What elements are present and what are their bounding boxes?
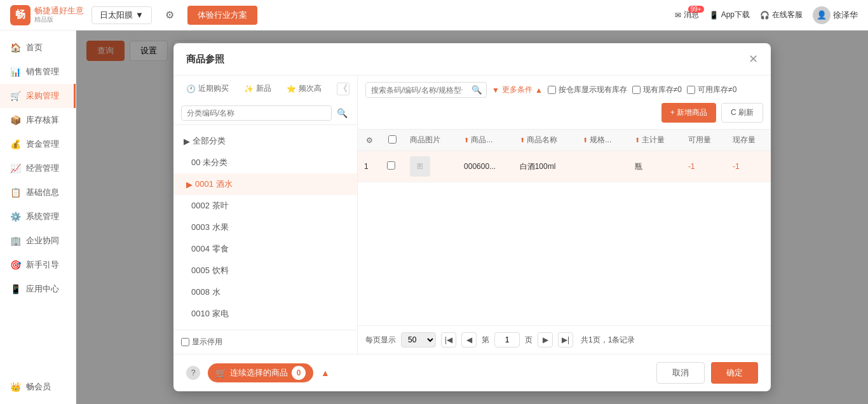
tab-recent-label: 近期购买 (198, 83, 229, 94)
sidebar-label-finance: 资金管理 (26, 138, 59, 150)
row-name: 白酒100ml (513, 151, 576, 182)
store-selector[interactable]: 日太阳膜 ▼ (92, 6, 152, 24)
page-suffix: 页 (525, 335, 532, 346)
collapse-panel-btn[interactable]: 《 (337, 83, 349, 95)
category-0001[interactable]: ▶ 0001 酒水 (173, 173, 357, 195)
sidebar-item-finance[interactable]: 💰 资金管理 (0, 132, 76, 156)
modal-header: 商品参照 ✕ (173, 43, 771, 76)
category-search-icon[interactable]: 🔍 (334, 105, 349, 121)
table-header-row: ⚙ 商品图片 (358, 130, 771, 151)
modal-body: 🕐 近期购买 ✨ 新品 ⭐ 频次高 《 (173, 76, 771, 354)
cancel-button[interactable]: 取消 (656, 362, 705, 384)
sidebar-label-business: 经营管理 (26, 163, 59, 174)
category-0004[interactable]: 0004 零食 (173, 238, 357, 260)
sidebar-label-inventory: 库存核算 (26, 114, 59, 126)
avatar: 👤 (813, 6, 831, 24)
more-conditions-btn[interactable]: ▼ 更多条件 ▲ (492, 84, 543, 95)
add-product-button[interactable]: + 新增商品 (661, 103, 716, 123)
sidebar-item-base[interactable]: 📋 基础信息 (0, 180, 76, 205)
sidebar-item-apps[interactable]: 📱 应用中心 (0, 277, 76, 301)
sort-spec-icon[interactable]: ⬆ (583, 137, 588, 144)
nav-right: ✉ 消息 99+ 📱 App下载 🎧 在线客服 👤 徐泽华 (675, 6, 858, 24)
messages-btn[interactable]: ✉ 消息 99+ (675, 10, 699, 20)
modal-title: 商品参照 (186, 53, 224, 65)
online-service-btn[interactable]: 🎧 在线客服 (760, 10, 803, 20)
sidebar-item-home[interactable]: 🏠 首页 (0, 36, 76, 60)
category-search-input[interactable] (181, 105, 332, 121)
modal-close-button[interactable]: ✕ (749, 52, 758, 66)
user-avatar-area[interactable]: 👤 徐泽华 (813, 6, 858, 24)
headset-icon: 🎧 (760, 11, 770, 20)
row-index: 1 (358, 151, 381, 182)
sidebar-item-guide[interactable]: 🎯 新手引导 (0, 253, 76, 277)
show-disabled-input[interactable] (181, 338, 189, 346)
category-all[interactable]: ▶ 全部分类 (173, 130, 357, 152)
sidebar-item-member[interactable]: 👑 畅会员 (0, 375, 76, 399)
app-download-btn[interactable]: 📱 App下载 (709, 10, 750, 20)
sidebar-item-inventory[interactable]: 📦 库存核算 (0, 108, 76, 132)
clock-icon: 🕐 (186, 84, 196, 93)
column-settings-icon[interactable]: ⚙ (366, 136, 373, 145)
tab-frequent[interactable]: ⭐ 频次高 (281, 81, 327, 97)
row-checkbox[interactable] (387, 161, 395, 170)
select-all-checkbox[interactable] (388, 135, 397, 144)
refresh-button[interactable]: C 刷新 (721, 103, 763, 123)
col-checkbox (381, 130, 403, 151)
col-available: 可用量 (682, 130, 726, 151)
filter-warehouse-checkbox[interactable]: 按仓库显示现有库存 (548, 84, 627, 95)
per-page-select[interactable]: 50 100 200 (401, 332, 436, 347)
sidebar-item-enterprise[interactable]: 🏢 企业协同 (0, 229, 76, 253)
sidebar-label-guide: 新手引导 (26, 259, 59, 271)
category-0002[interactable]: 0002 茶叶 (173, 195, 357, 217)
sidebar-item-system[interactable]: ⚙️ 系统管理 (0, 205, 76, 229)
tab-recent-purchase[interactable]: 🕐 近期购买 (181, 81, 234, 97)
tab-new-product[interactable]: ✨ 新品 (239, 81, 276, 97)
inventory-icon: 📦 (10, 115, 21, 125)
show-disabled-checkbox[interactable]: 显示停用 (181, 337, 222, 347)
right-panel: 🔍 ▼ 更多条件 ▲ 按仓库显示现有库存 (358, 76, 771, 354)
per-page-label: 每页显示 (365, 335, 396, 346)
category-00[interactable]: 00 未分类 (173, 152, 357, 173)
page-first-btn[interactable]: |◀ (441, 332, 456, 347)
phone-icon: 📱 (709, 11, 719, 20)
row-unit: 瓶 (628, 151, 682, 182)
row-code: 000600... (458, 151, 513, 182)
category-arrow-all: ▶ (184, 137, 190, 146)
page-last-btn[interactable]: ▶| (558, 332, 573, 347)
category-0008[interactable]: 0008 水 (173, 281, 357, 303)
product-search-btn[interactable]: 🔍 (468, 83, 486, 97)
row-spec (576, 151, 628, 182)
product-search-input[interactable] (366, 83, 468, 97)
category-0005[interactable]: 0005 饮料 (173, 260, 357, 281)
sort-code-icon[interactable]: ⬆ (464, 137, 469, 144)
warehouse-check-input[interactable] (548, 86, 556, 94)
page-number-input[interactable] (494, 332, 520, 347)
product-search-box: 🔍 (365, 82, 487, 98)
confirm-button[interactable]: 确定 (711, 362, 758, 384)
cart-area[interactable]: 🛒 连续选择的商品 0 (208, 363, 313, 382)
settings-icon[interactable]: ⚙ (159, 5, 180, 25)
trial-button[interactable]: 体验行业方案 (187, 6, 257, 25)
table-row[interactable]: 1 图 000600... 白酒100ml (358, 151, 771, 182)
sidebar-item-purchase[interactable]: 🛒 采购管理 (0, 84, 76, 108)
filter-available-nonzero-checkbox[interactable]: 可用库存≠0 (687, 84, 736, 95)
sidebar-label-member: 畅会员 (26, 381, 51, 393)
row-checkbox-cell (381, 151, 403, 182)
help-icon[interactable]: ? (186, 366, 200, 380)
available-nonzero-check-input[interactable] (687, 86, 695, 94)
sidebar-item-business[interactable]: 📈 经营管理 (0, 156, 76, 180)
logo-sub: 精品版 (34, 15, 84, 24)
product-table: ⚙ 商品图片 (358, 130, 771, 182)
category-0003[interactable]: 0003 水果 (173, 217, 357, 238)
sort-name-icon[interactable]: ⬆ (520, 137, 525, 144)
collapse-up-btn[interactable]: ▲ (321, 368, 330, 378)
category-label-0005: 0005 饮料 (191, 265, 229, 276)
category-0010[interactable]: 0010 家电 (173, 303, 357, 325)
col-stock: 现存量 (726, 130, 771, 151)
stock-nonzero-check-input[interactable] (632, 86, 641, 94)
sort-unit-icon[interactable]: ⬆ (635, 137, 640, 144)
filter-stock-nonzero-checkbox[interactable]: 现有库存≠0 (632, 84, 682, 95)
page-next-btn[interactable]: ▶ (538, 332, 553, 347)
page-prev-btn[interactable]: ◀ (461, 332, 477, 347)
sidebar-item-sales[interactable]: 📊 销售管理 (0, 60, 76, 84)
